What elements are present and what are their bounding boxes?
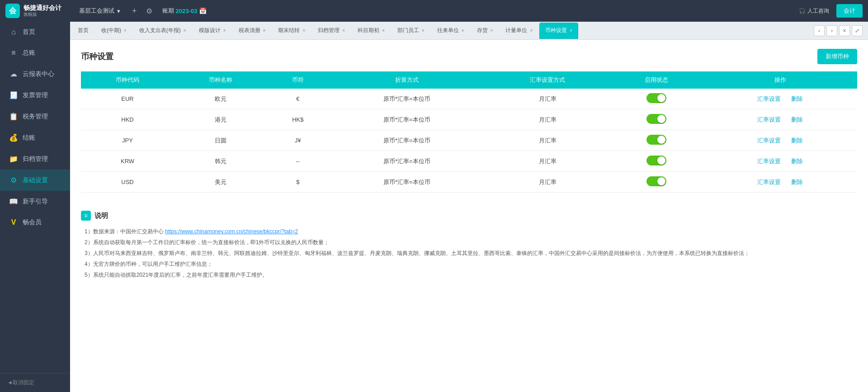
- cell-name-1: 港元: [174, 109, 267, 130]
- tab-close-period-end[interactable]: ×: [302, 28, 305, 33]
- rate-settings-1[interactable]: 汇率设置: [757, 116, 781, 123]
- sidebar-item-reports[interactable]: ☁ 云报表中心: [0, 63, 70, 85]
- tab-close-template[interactable]: ×: [223, 28, 226, 33]
- notice-item: 3）人民币对马来西亚林吉特、俄罗斯卢布、南非兰特、韩元、阿联酋迪拉姆、沙特里亚尔…: [81, 248, 857, 259]
- sidebar-item-invoice[interactable]: 🧾 发票管理: [0, 85, 70, 106]
- tab-close-archive[interactable]: ×: [342, 28, 345, 33]
- tab-next-button[interactable]: ›: [826, 25, 837, 36]
- toggle-1[interactable]: [646, 114, 666, 124]
- cell-rate-2: 月汇率: [485, 130, 610, 151]
- rate-settings-2[interactable]: 汇率设置: [757, 137, 781, 144]
- cell-calc-2: 原币*汇率=本位币: [329, 130, 485, 151]
- logo-area: 会 畅捷通好会计 旗舰版: [5, 4, 75, 18]
- tab-close-tax[interactable]: ×: [263, 28, 266, 33]
- top-bar-actions: 🎧 人工咨询 会计: [795, 4, 863, 18]
- delete-btn-4[interactable]: 删除: [791, 179, 803, 185]
- table-row: EUR 欧元 € 原币*汇率=本位币 月汇率 汇率设置 删除: [81, 89, 857, 109]
- toggle-2[interactable]: [646, 135, 666, 145]
- cell-actions-2: 汇率设置 删除: [703, 130, 857, 151]
- notice-section: ≡ 说明 1）数据来源：中国外汇交易中心 https://www.chinamo…: [81, 211, 857, 280]
- calendar-icon[interactable]: 📅: [199, 7, 207, 14]
- notice-item: 4）无官方牌价的币种，可以用户手工维护汇率信息；: [81, 259, 857, 269]
- tab-balance[interactable]: 收(中期) ×: [95, 23, 132, 39]
- cell-status-3: [610, 151, 703, 172]
- cell-rate-3: 月汇率: [485, 151, 610, 172]
- settings-nav-icon: ⚙: [9, 176, 18, 184]
- delete-btn-2[interactable]: 删除: [791, 137, 803, 144]
- main-layout: ⌂ 首页 ≡ 总账 ☁ 云报表中心 🧾 发票管理 📋 税务管理 💰 结账: [0, 22, 868, 392]
- toggle-4[interactable]: [646, 176, 666, 186]
- tab-period-end[interactable]: 期末结转 ×: [272, 23, 311, 39]
- home-icon: ⌂: [9, 28, 18, 36]
- vip-icon: V: [9, 218, 18, 227]
- sidebar-item-vip[interactable]: V 畅会员: [0, 212, 70, 233]
- tab-archive[interactable]: 归档管理 ×: [312, 23, 351, 39]
- tab-currency[interactable]: 币种设置 ×: [539, 23, 578, 39]
- notice-link[interactable]: https://www.chinamoney.com.cn/chinese/bk…: [165, 228, 298, 235]
- tab-close-balance[interactable]: ×: [124, 28, 127, 33]
- cell-symbol-2: J¥: [267, 130, 329, 151]
- delete-btn-1[interactable]: 删除: [791, 116, 803, 123]
- new-currency-button[interactable]: 新增币种: [817, 49, 857, 64]
- tab-close-inventory[interactable]: ×: [491, 28, 493, 33]
- table-row: USD 美元 $ 原币*汇率=本位币 月汇率 汇率设置 删除: [81, 172, 857, 193]
- delete-btn-0[interactable]: 删除: [791, 95, 803, 102]
- dropdown-icon: ▾: [117, 8, 120, 14]
- page-title: 币种设置: [81, 51, 113, 62]
- tab-units[interactable]: 往来单位 ×: [431, 23, 470, 39]
- archive-icon: 📁: [9, 155, 18, 163]
- sidebar-item-ledger[interactable]: ≡ 总账: [0, 43, 70, 63]
- account-button[interactable]: 会计: [836, 4, 863, 18]
- tab-close-dept[interactable]: ×: [422, 28, 425, 33]
- sidebar-item-checkout[interactable]: 💰 结账: [0, 127, 70, 148]
- tab-close-all-button[interactable]: ×: [839, 25, 850, 36]
- settings-button[interactable]: ⚙: [143, 7, 155, 15]
- tab-close-currency[interactable]: ×: [570, 28, 572, 33]
- tab-close-income[interactable]: ×: [184, 28, 186, 33]
- cell-name-0: 欧元: [174, 89, 267, 109]
- cell-calc-1: 原币*汇率=本位币: [329, 109, 485, 130]
- cell-name-3: 韩元: [174, 151, 267, 172]
- guide-icon: 📖: [9, 197, 18, 206]
- tab-controls: ‹ › × ⤢: [814, 25, 866, 36]
- toggle-3[interactable]: [646, 156, 666, 165]
- cell-rate-1: 月汇率: [485, 109, 610, 130]
- sidebar-item-tax[interactable]: 📋 税务管理: [0, 106, 70, 127]
- sidebar-item-archive[interactable]: 📁 归档管理: [0, 148, 70, 170]
- company-selector[interactable]: 基层工会测试 ▾: [75, 5, 124, 17]
- tab-close-subjects[interactable]: ×: [382, 28, 385, 33]
- rate-settings-0[interactable]: 汇率设置: [757, 95, 781, 102]
- add-workspace-button[interactable]: +: [129, 6, 140, 16]
- checkout-icon: 💰: [9, 133, 18, 142]
- col-header-actions: 操作: [703, 71, 857, 89]
- sidebar-item-home[interactable]: ⌂ 首页: [0, 22, 70, 43]
- toggle-0[interactable]: [646, 93, 666, 103]
- notice-icon: ≡: [81, 211, 91, 221]
- tab-inventory[interactable]: 存货 ×: [471, 23, 499, 39]
- invoice-icon: 🧾: [9, 91, 18, 99]
- cell-code-2: JPY: [81, 130, 174, 151]
- tab-income[interactable]: 收入支出表(年报) ×: [133, 23, 192, 39]
- sidebar-item-guide[interactable]: 📖 新手引导: [0, 191, 70, 212]
- delete-btn-3[interactable]: 删除: [791, 158, 803, 165]
- col-header-calc: 折算方式: [329, 71, 485, 89]
- sidebar-pin-button[interactable]: ◄取消固定: [0, 373, 70, 392]
- tab-template[interactable]: 模版设计 ×: [193, 23, 232, 39]
- cell-code-3: KRW: [81, 151, 174, 172]
- tab-close-units[interactable]: ×: [462, 28, 464, 33]
- rate-settings-3[interactable]: 汇率设置: [757, 158, 781, 165]
- headset-icon: 🎧: [799, 8, 806, 14]
- tab-subjects[interactable]: 科目期初 ×: [352, 23, 391, 39]
- cell-calc-3: 原币*汇率=本位币: [329, 151, 485, 172]
- sidebar-item-settings[interactable]: ⚙ 基础设置: [0, 170, 70, 191]
- tab-close-measure[interactable]: ×: [530, 28, 533, 33]
- help-button[interactable]: 🎧 人工咨询: [795, 5, 833, 17]
- tab-expand-button[interactable]: ⤢: [852, 25, 863, 36]
- tab-measure[interactable]: 计量单位 ×: [500, 23, 538, 39]
- tab-home[interactable]: 首页: [72, 23, 94, 39]
- tab-dept[interactable]: 部门员工 ×: [392, 23, 430, 39]
- col-header-name: 币种名称: [174, 71, 267, 89]
- tab-tax[interactable]: 税表清册 ×: [233, 23, 272, 39]
- rate-settings-4[interactable]: 汇率设置: [757, 179, 781, 185]
- tab-prev-button[interactable]: ‹: [814, 25, 825, 36]
